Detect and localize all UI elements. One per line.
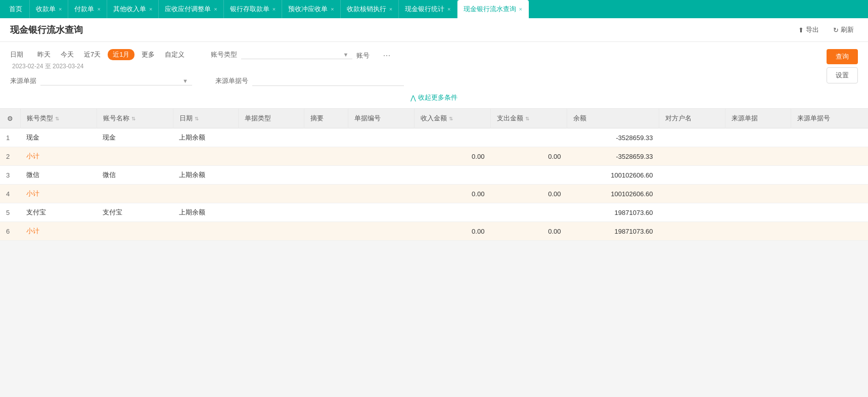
account-type-arrow-icon: ▼ xyxy=(343,52,349,58)
close-tab-3-icon[interactable]: × xyxy=(214,6,217,12)
cell-balance: 19871073.60 xyxy=(567,203,659,222)
date-btn-1month[interactable]: 近1月 xyxy=(108,49,134,60)
cell-doc-no xyxy=(348,147,415,166)
col-settings[interactable]: ⚙ xyxy=(0,109,20,128)
cell-num: 4 xyxy=(0,185,20,203)
table-row: 5 支付宝 支付宝 上期余额 19871073.60 xyxy=(0,203,868,222)
refresh-button[interactable]: ↻ 刷新 xyxy=(829,23,858,36)
cell-doc-type xyxy=(238,185,304,203)
cell-summary xyxy=(304,128,348,147)
account-type-select[interactable]: ▼ xyxy=(241,51,352,59)
date-btn-custom[interactable]: 自定义 xyxy=(162,49,188,60)
close-tab-8-icon[interactable]: × xyxy=(519,6,522,12)
sort-icon-expense: ⇅ xyxy=(525,116,529,121)
cell-summary xyxy=(304,185,348,203)
table-row: 3 微信 微信 上期余额 100102606.60 xyxy=(0,166,868,185)
col-account-type: 账号类型 ⇅ xyxy=(20,109,97,128)
source-doc-no-label: 来源单据号 xyxy=(215,76,248,85)
date-btn-yesterday[interactable]: 昨天 xyxy=(34,49,54,60)
close-tab-7-icon[interactable]: × xyxy=(447,6,450,12)
nav-tab-2[interactable]: 其他收入单× xyxy=(107,0,159,18)
cell-account-type: 小计 xyxy=(20,222,97,241)
account-type-label: 账号类型 xyxy=(211,50,237,59)
table-row: 4 小计 0.00 0.00 100102606.60 xyxy=(0,185,868,203)
cell-income xyxy=(414,203,490,222)
col-source-doc: 来源单据 xyxy=(725,109,791,128)
cell-account-name: 现金 xyxy=(97,128,173,147)
col-account-type-sort[interactable]: 账号类型 ⇅ xyxy=(27,114,59,123)
date-range: 2023-02-24 至 2023-03-24 xyxy=(12,63,83,70)
col-account-name: 账号名称 ⇅ xyxy=(97,109,173,128)
cell-expense: 0.00 xyxy=(490,147,567,166)
refresh-icon: ↻ xyxy=(833,26,839,34)
source-doc-select[interactable]: ▼ xyxy=(40,77,192,85)
nav-home[interactable]: 首页 xyxy=(2,0,30,18)
date-label: 日期 xyxy=(10,50,30,59)
source-doc-label: 来源单据 xyxy=(10,76,36,85)
cell-income: 0.00 xyxy=(414,147,490,166)
nav-tab-5[interactable]: 预收冲应收单× xyxy=(282,0,340,18)
cell-date: 上期余额 xyxy=(173,128,238,147)
col-doc-type: 单据类型 xyxy=(238,109,304,128)
close-tab-5-icon[interactable]: × xyxy=(331,6,334,12)
cell-counterpart xyxy=(659,147,725,166)
date-shortcuts: 昨天 今天 近7天 近1月 更多 自定义 xyxy=(34,49,188,60)
date-btn-more[interactable]: 更多 xyxy=(139,49,158,60)
subtotal-label: 小计 xyxy=(26,227,39,235)
close-tab-0-icon[interactable]: × xyxy=(59,6,62,12)
cell-source-doc-no xyxy=(791,147,868,166)
cell-expense xyxy=(490,166,567,185)
nav-tab-3[interactable]: 应收应付调整单× xyxy=(159,0,223,18)
nav-tab-0[interactable]: 收款单× xyxy=(30,0,68,18)
nav-tab-1[interactable]: 付款单× xyxy=(68,0,107,18)
nav-tab-4[interactable]: 银行存取款单× xyxy=(224,0,282,18)
col-account-name-sort[interactable]: 账号名称 ⇅ xyxy=(103,114,135,123)
close-tab-2-icon[interactable]: × xyxy=(149,6,152,12)
cell-doc-type xyxy=(238,222,304,241)
close-tab-1-icon[interactable]: × xyxy=(97,6,100,12)
date-btn-today[interactable]: 今天 xyxy=(58,49,77,60)
nav-tab-8[interactable]: 现金银行流水查询× xyxy=(458,0,529,18)
cell-num: 5 xyxy=(0,203,20,222)
collapse-bar[interactable]: ⋀ 收起更多条件 xyxy=(10,91,858,103)
cell-num: 2 xyxy=(0,147,20,166)
query-button[interactable]: 查询 xyxy=(827,49,858,64)
cell-balance: 19871073.60 xyxy=(567,222,659,241)
cell-account-name xyxy=(97,147,173,166)
cell-balance: -3528659.33 xyxy=(567,147,659,166)
col-income: 收入金额 ⇅ xyxy=(414,109,490,128)
date-btn-7days[interactable]: 近7天 xyxy=(81,49,104,60)
export-button[interactable]: ⬆ 导出 xyxy=(794,23,823,36)
cell-account-name: 支付宝 xyxy=(97,203,173,222)
cell-balance: 100102606.60 xyxy=(567,185,659,203)
cell-doc-type xyxy=(238,166,304,185)
collapse-label: 收起更多条件 xyxy=(418,93,458,102)
cell-source-doc-no xyxy=(791,128,868,147)
source-doc-no-input[interactable] xyxy=(252,76,404,86)
cell-income: 0.00 xyxy=(414,222,490,241)
cell-date: 上期余额 xyxy=(173,166,238,185)
cell-source-doc-no xyxy=(791,185,868,203)
cell-counterpart xyxy=(659,128,725,147)
table-row: 1 现金 现金 上期余额 -3528659.33 xyxy=(0,128,868,147)
data-table-wrapper: ⚙ 账号类型 ⇅ 账号名称 ⇅ 日期 ⇅ xyxy=(0,109,868,241)
close-tab-4-icon[interactable]: × xyxy=(272,6,276,12)
source-doc-arrow-icon: ▼ xyxy=(182,78,188,84)
cell-doc-no xyxy=(348,222,415,241)
settings-button[interactable]: 设置 xyxy=(827,67,858,83)
nav-tab-7[interactable]: 现金银行统计× xyxy=(399,0,457,18)
col-summary: 摘要 xyxy=(304,109,348,128)
cell-date xyxy=(173,222,238,241)
cell-date: 上期余额 xyxy=(173,203,238,222)
account-more-button[interactable]: ··· xyxy=(381,50,392,61)
nav-tab-6[interactable]: 收款核销执行× xyxy=(341,0,399,18)
col-source-doc-no: 来源单据号 xyxy=(791,109,868,128)
cell-account-type: 支付宝 xyxy=(20,203,97,222)
cell-num: 1 xyxy=(0,128,20,147)
cell-doc-no xyxy=(348,185,415,203)
col-expense-sort[interactable]: 支出金额 ⇅ xyxy=(497,114,529,123)
close-tab-6-icon[interactable]: × xyxy=(389,6,392,12)
col-date-sort[interactable]: 日期 ⇅ xyxy=(179,114,199,123)
cell-doc-type xyxy=(238,128,304,147)
col-income-sort[interactable]: 收入金额 ⇅ xyxy=(421,114,453,123)
